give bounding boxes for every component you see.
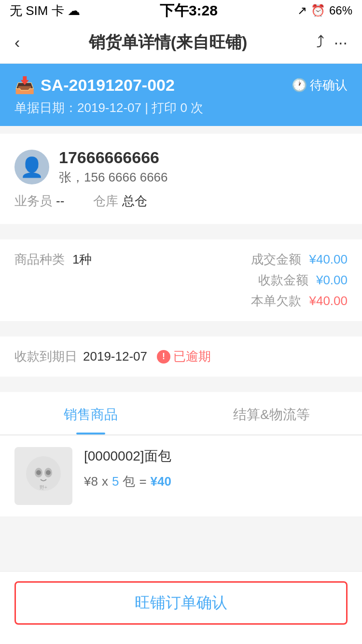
product-unit: 包: [123, 473, 135, 490]
nav-bar: ‹ 销货单详情(来自旺铺) ⤴ ···: [0, 21, 362, 64]
battery-status: 66%: [329, 4, 352, 17]
status-time: 下午3:28: [160, 1, 218, 21]
status-right: ↗ ⏰ 66%: [297, 4, 352, 17]
avatar: 👤: [14, 150, 49, 184]
amount-label: 成交金额: [251, 251, 301, 268]
product-image: 野+: [14, 447, 72, 505]
sim-status: 无 SIM 卡 ☁: [10, 2, 80, 19]
stats-section: 商品种类 1种 成交金额 ¥40.00 收款金额 ¥0.00 本单欠款 ¥40.…: [0, 239, 362, 321]
product-price: ¥8: [84, 474, 98, 489]
inbox-icon: 📥: [14, 75, 35, 95]
svg-point-4: [46, 470, 51, 475]
customer-info-row: 业务员 -- 仓库 总仓: [14, 193, 348, 210]
salesman-info: 业务员 --: [14, 193, 64, 210]
bottom-bar: 旺铺订单确认: [0, 571, 362, 644]
product-type-value: 1种: [72, 251, 92, 268]
order-header-card: 📥 SA-20191207-002 🕐 待确认 单据日期：2019-12-07 …: [0, 64, 362, 126]
confirm-order-button[interactable]: 旺铺订单确认: [14, 581, 348, 625]
due-label: 收款到期日: [14, 348, 77, 365]
product-qty: 5: [112, 474, 119, 489]
owed-label: 本单欠款: [251, 293, 301, 309]
overdue-text: 已逾期: [173, 348, 211, 365]
warehouse-value: 总仓: [122, 193, 147, 210]
location-icon: ↗: [297, 4, 307, 17]
warehouse-info: 仓库 总仓: [93, 193, 147, 210]
received-value: ¥0.00: [316, 273, 348, 288]
owed-value: ¥40.00: [309, 294, 348, 308]
nav-right[interactable]: ⤴ ···: [316, 33, 348, 52]
status-bar: 无 SIM 卡 ☁ 下午3:28 ↗ ⏰ 66%: [0, 0, 362, 21]
product-name: [0000002]面包: [84, 447, 348, 465]
tab-settlement-logistics[interactable]: 结算&物流等: [181, 392, 362, 434]
user-icon: 👤: [20, 156, 44, 179]
received-row: 收款金额 ¥0.00: [258, 272, 348, 289]
back-button[interactable]: ‹: [14, 33, 20, 52]
customer-name-phone: 张，156 6666 6666: [59, 169, 168, 186]
alarm-icon: ⏰: [311, 4, 325, 17]
product-type-label: 商品种类: [14, 251, 65, 268]
salesman-label: 业务员: [14, 193, 52, 210]
product-total: ¥40: [151, 474, 171, 489]
page-title: 销货单详情(来自旺铺): [89, 31, 248, 54]
clock-icon: 🕐: [292, 78, 307, 93]
svg-text:野+: 野+: [40, 485, 47, 490]
salesman-value: --: [56, 194, 64, 209]
tab-section: 销售商品 结算&物流等: [0, 392, 362, 435]
nav-left[interactable]: ‹: [14, 33, 20, 52]
share-button[interactable]: ⤴: [316, 33, 324, 52]
svg-point-3: [36, 470, 41, 475]
order-date: 单据日期：2019-12-07 | 打印 0 次: [14, 99, 348, 116]
order-number: 📥 SA-20191207-002: [14, 75, 175, 95]
overdue-warning-icon: !: [157, 350, 170, 364]
received-label: 收款金额: [258, 272, 308, 289]
product-price-row: ¥8 x 5 包 = ¥40: [84, 473, 348, 490]
status-left: 无 SIM 卡 ☁: [10, 2, 80, 19]
warehouse-label: 仓库: [93, 193, 118, 210]
money-stats: 成交金额 ¥40.00 收款金额 ¥0.00 本单欠款 ¥40.00: [251, 251, 348, 309]
due-date-section: 收款到期日 2019-12-07 ! 已逾期: [0, 336, 362, 377]
amount-value: ¥40.00: [309, 252, 348, 267]
amount-row: 成交金额 ¥40.00: [251, 251, 348, 268]
owed-row: 本单欠款 ¥40.00: [251, 293, 348, 309]
overdue-badge: ! 已逾期: [157, 348, 211, 365]
due-date: 2019-12-07: [83, 349, 147, 364]
product-image-placeholder: 野+: [24, 454, 63, 498]
more-button[interactable]: ···: [334, 33, 348, 52]
product-multiply: x: [102, 474, 108, 489]
order-status: 🕐 待确认: [292, 77, 348, 94]
customer-section: 👤 17666666666 张，156 6666 6666 业务员 -- 仓库 …: [0, 134, 362, 224]
product-equals: =: [139, 474, 146, 489]
product-type-info: 商品种类 1种: [14, 251, 92, 268]
product-item: 野+ [0000002]面包 ¥8 x 5 包 = ¥40: [0, 435, 362, 517]
tab-sales-products[interactable]: 销售商品: [0, 392, 181, 434]
tab-row: 销售商品 结算&物流等: [0, 392, 362, 435]
customer-phone: 17666666666: [59, 148, 168, 167]
product-details: [0000002]面包 ¥8 x 5 包 = ¥40: [84, 447, 348, 490]
